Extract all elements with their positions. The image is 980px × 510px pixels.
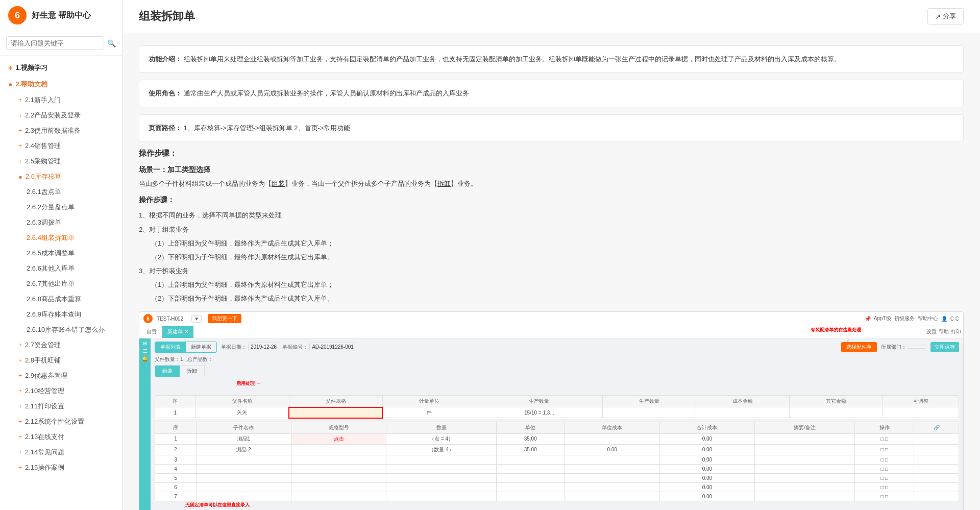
sidebar-item-s2_6_6[interactable]: 2.6.6其他入库单 xyxy=(18,261,122,276)
sidebar-item-s2_6_5[interactable]: 2.6.5成本调整单 xyxy=(18,246,122,261)
intro-text: 组装拆卸单用来处理企业组装或拆卸等加工业务，支持有固定装配清单的产品加工业务，也… xyxy=(184,55,841,63)
sim-line-info: 父件数量：1 总产品数： xyxy=(155,356,959,363)
sim-form-content: 单据列表 新建单据 单据日期： 2019-12-26 单据编号： xyxy=(151,338,963,510)
sidebar-item-s2_11[interactable]: +2.11打印设置 xyxy=(10,399,122,414)
sim-code-label: 单据编号： xyxy=(282,344,308,351)
sim-icon-pin: 📌 xyxy=(865,316,871,322)
sim-lower-col-unit: 单位 xyxy=(496,422,565,433)
sim-lower-col-unit-cost: 单位成本 xyxy=(565,422,659,433)
sim-left-sidebar: ⊞ ☰ 🔔 xyxy=(139,338,151,510)
sidebar-item-s2_8[interactable]: +2.8手机旺铺 xyxy=(10,353,122,368)
sidebar-item-s2_3[interactable]: +2.3使用前数据准备 xyxy=(10,123,122,138)
sidebar-item-s2_6_9[interactable]: 2.6.9库存账本查询 xyxy=(18,307,122,322)
sim-col-adj: 可调整 xyxy=(883,395,959,407)
sim-col-qty2: 生产数量 xyxy=(602,395,696,407)
search-box: 🔍 xyxy=(0,31,122,56)
logo-icon: 6 xyxy=(8,6,27,25)
sim-service-label: 初级服务 xyxy=(894,315,915,322)
sim-sidebar-icon-2: ☰ xyxy=(143,348,148,354)
share-icon: ↗ xyxy=(935,13,941,20)
sim-assemble-btn: 组装 xyxy=(155,366,180,377)
sidebar-item-s2_4[interactable]: +2.4销售管理 xyxy=(10,138,122,154)
sidebar-item-s2_9[interactable]: +2.9优惠券管理 xyxy=(10,368,122,383)
sim-nav-tabs: 自贡 新建单 ✕ xyxy=(141,326,193,338)
sim-code-value: AD-20191226-001 xyxy=(309,343,356,351)
sidebar-item-s2_14[interactable]: +2.14常见问题 xyxy=(10,445,122,460)
nav-children-s2: +2.1新手入门 +2.2产品安装及登录 +2.3使用前数据准备 +2.4销售管… xyxy=(0,92,122,475)
sim-type-doc-list: 单据列表 xyxy=(155,342,186,352)
sidebar-item-s2_15[interactable]: +2.15操作案例 xyxy=(10,460,122,475)
sim-col-parent-spec: 父件规格 xyxy=(289,395,382,407)
sidebar-item-s2_1[interactable]: +2.1新手入门 xyxy=(10,92,122,108)
sim-col-cost: 成本金额 xyxy=(696,395,789,407)
step-3: 3、对于拆装业务 xyxy=(139,264,964,278)
share-button[interactable]: ↗ 分享 xyxy=(927,8,964,25)
sidebar-item-s2_13[interactable]: +2.13在线支付 xyxy=(10,429,122,445)
main-content: 功能介绍： 组装拆卸单用来处理企业组装或拆卸等加工业务，支持有固定装配清单的产品… xyxy=(122,33,980,510)
sim-annotation-1: 有装配清单的在这里处理 xyxy=(811,327,861,333)
sim-lower-col-qty: 数量 xyxy=(386,422,497,433)
sim-lower-col-action: 🔗 xyxy=(914,422,959,433)
sidebar-item-s2_6_2[interactable]: 2.6.2分量盘点单 xyxy=(18,200,122,215)
sim-lower-row-3: 30.00□ □ xyxy=(155,455,959,464)
step-3-1: （1）上部明细为父件明细，最终作为原材料生成其它出库单； xyxy=(151,279,964,292)
sidebar-item-s2_6[interactable]: ●2.6库存核算 xyxy=(10,169,122,184)
sim-col-qty1: 生产数量 xyxy=(476,395,603,407)
sim-annotation-4: 无固定清单可以在这里直接录入 xyxy=(185,502,250,508)
ops-section: 操作步骤： 场景一：加工类型选择 当由多个子件材料组装成一个成品的业务为【组装】… xyxy=(139,149,964,305)
sim-select-btn: 选择配件单 xyxy=(841,342,877,352)
role-label: 使用角色： xyxy=(149,89,182,97)
sim-nav-help: 帮助 xyxy=(939,328,949,335)
step-3-2: （2）下部明细为子件明细，最终作为产成品生成其它入库单。 xyxy=(151,293,964,305)
intro-label: 功能介绍： xyxy=(149,55,182,63)
sim-lower-col-spec: 规格型号 xyxy=(291,422,386,433)
sim-upper-table: 序 父件名称 父件规格 计量单位 生产数量 生产数量 成本金额 其它金额 可调整 xyxy=(155,395,959,419)
sidebar-item-s2_6_4[interactable]: 2.6.4组装拆卸单 xyxy=(18,230,122,246)
sim-lower-col-total-cost: 合计成本 xyxy=(659,422,754,433)
sim-version: ▼ xyxy=(191,315,202,323)
sim-col-parent-name: 父件名称 xyxy=(195,395,289,407)
search-input[interactable] xyxy=(6,36,104,50)
sidebar-header: 6 好生意 帮助中心 xyxy=(0,0,122,31)
search-button[interactable]: 🔍 xyxy=(107,39,116,47)
sim-lower-table-header: 序 子件名称 规格型号 数量 单位 单位成本 合计成本 摘要/备注 操作 xyxy=(155,422,959,501)
sim-type-new-doc: 新建单据 xyxy=(186,342,216,352)
sidebar-item-s2_6_1[interactable]: 2.6.1盘点单 xyxy=(18,184,122,200)
sidebar: 6 好生意 帮助中心 🔍 + 1.视频学习 ● 2.帮助文档 +2.1新手入门 xyxy=(0,0,122,510)
sim-lower-row-7: 70.00□ □ xyxy=(155,492,959,501)
sim-dept-field: 所属部门： xyxy=(881,344,926,351)
screenshot-container: 6 TEST-H002 ▼ 我想要一下 📌 AppT级 初级服务 帮助中心 👤 … xyxy=(139,311,964,510)
sidebar-item-s2_7[interactable]: +2.7资金管理 xyxy=(10,337,122,353)
sub-list-1: （1）上部明细为父件明细，最终作为产成品生成其它入库单； （2）下部明细为子件明… xyxy=(139,237,964,263)
step-1: 1、根据不同的业务，选择不同单据的类型来处理 xyxy=(139,209,964,222)
step-2-1: （1）上部明细为父件明细，最终作为产成品生成其它入库单； xyxy=(151,237,964,250)
sim-nav-settings: 设置 xyxy=(926,328,937,335)
sim-col-seq: 序 xyxy=(155,395,195,407)
sidebar-item-s2_6_10[interactable]: 2.6.10库存账本错了怎么办 xyxy=(18,322,122,337)
sidebar-item-s1[interactable]: + 1.视频学习 xyxy=(0,60,122,76)
sim-user-icon: 👤 xyxy=(941,316,947,322)
sidebar-item-s2_12[interactable]: +2.12系统个性化设置 xyxy=(10,414,122,429)
sim-assembly-toggle: 组装 拆卸 组装业务、拆卸业务在这里切换 xyxy=(155,365,205,377)
sidebar-item-s2_6_3[interactable]: 2.6.3调拨单 xyxy=(18,215,122,230)
sim-main-area: ⊞ ☰ 🔔 单据列表 新建单据 xyxy=(139,338,963,510)
sim-col-other: 其它金额 xyxy=(790,395,883,407)
sim-lower-col-seq: 序 xyxy=(155,422,197,433)
path-text: 1、库存核算->库存管理->组装拆卸单 2、首页->常用功能 xyxy=(184,124,351,132)
sidebar-item-s2_10[interactable]: +2.10经营管理 xyxy=(10,383,122,399)
sidebar-item-s2_6_8[interactable]: 2.6.8商品成本重算 xyxy=(18,292,122,307)
sim-company: TEST-H002 xyxy=(157,316,183,322)
path-box: 页面路径： 1、库存核算->库存管理->组装拆卸单 2、首页->常用功能 xyxy=(139,114,964,141)
sidebar-item-s2_6_7[interactable]: 2.6.7其他出库单 xyxy=(18,276,122,292)
sim-date-value: 2019-12-26 xyxy=(248,343,279,351)
sim-sidebar-icon-1: ⊞ xyxy=(143,341,147,346)
sim-lower-row-4: 40.00□ □ xyxy=(155,464,959,473)
sim-app-label: AppT级 xyxy=(874,315,891,322)
sidebar-item-s2_5[interactable]: +2.5采购管理 xyxy=(10,154,122,169)
role-text: 通常由生产人员或库管人员完成拆装业务的操作，库管人员确认原材料的出库和产成品的入… xyxy=(184,89,469,97)
scenario1-desc: 当由多个子件材料组装成一个成品的业务为【组装】业务，当由一个父件拆分成多个子产品… xyxy=(139,178,964,190)
sim-cc-label: C C xyxy=(950,316,959,322)
step-2-2: （2）下部明细为子件明细，最终作为原材料生成其它出库单。 xyxy=(151,251,964,264)
sidebar-item-s2[interactable]: ● 2.帮助文档 xyxy=(0,76,122,92)
sidebar-item-s2_2[interactable]: +2.2产品安装及登录 xyxy=(10,108,122,123)
